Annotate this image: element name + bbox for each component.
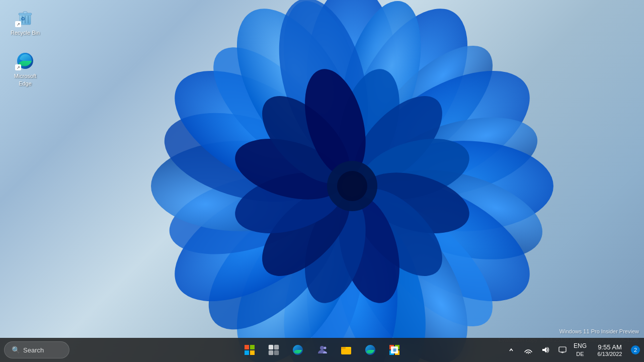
tray-network-icon[interactable]: [520, 339, 536, 361]
clock-area[interactable]: 9:55 AM 6/13/2022: [590, 339, 630, 361]
task-view-button[interactable]: [263, 339, 285, 361]
desktop-wallpaper: [75, 0, 629, 362]
svg-point-37: [294, 62, 376, 184]
svg-point-26: [328, 62, 410, 184]
svg-point-21: [154, 97, 336, 218]
recycle-bin-label: Recycle Bin: [11, 29, 40, 36]
svg-point-31: [328, 189, 410, 310]
notification-badge[interactable]: 2: [631, 345, 640, 354]
edge-shortcut-arrow: ↗: [15, 64, 21, 70]
tray-icons: [503, 339, 571, 361]
svg-point-36: [247, 81, 364, 198]
language-lang: ENG: [574, 342, 587, 350]
svg-point-18: [155, 157, 358, 326]
svg-rect-47: [245, 345, 249, 349]
shortcut-arrow-icon: ↗: [15, 21, 21, 27]
svg-point-5: [326, 0, 436, 166]
svg-rect-58: [341, 347, 346, 349]
svg-point-39: [337, 171, 367, 201]
taskbar-teams-button[interactable]: [311, 339, 333, 361]
edge-icon: ↗: [15, 50, 35, 70]
svg-rect-50: [250, 350, 255, 355]
svg-point-35: [228, 128, 350, 210]
svg-point-8: [372, 141, 553, 231]
language-indicator[interactable]: ENG DE: [572, 339, 589, 361]
svg-point-6: [347, 46, 549, 215]
svg-rect-67: [559, 347, 566, 352]
taskbar-store-button[interactable]: ⊞: [383, 339, 406, 361]
svg-rect-49: [245, 350, 249, 355]
svg-rect-52: [274, 345, 279, 349]
svg-point-3: [323, 0, 492, 191]
svg-point-22: [155, 46, 358, 215]
svg-point-2: [269, 0, 378, 166]
svg-point-16: [212, 181, 381, 362]
clock-time: 9:55 AM: [598, 343, 622, 351]
svg-point-11: [349, 183, 512, 346]
svg-point-55: [320, 346, 324, 350]
svg-point-27: [340, 81, 457, 198]
search-icon: 🔍: [12, 346, 20, 354]
svg-point-4: [349, 26, 512, 190]
desktop: ♻ ↗ Recycle Bin: [0, 0, 644, 362]
tray-chevron-button[interactable]: [503, 339, 519, 361]
svg-point-7: [372, 103, 546, 212]
svg-rect-45: [23, 12, 27, 14]
svg-point-65: [528, 353, 529, 354]
taskbar-right: ENG DE 9:55 AM 6/13/2022 2: [503, 339, 640, 361]
svg-point-56: [324, 347, 327, 349]
taskbar-edge-button[interactable]: [287, 339, 309, 361]
svg-point-19: [161, 160, 330, 268]
svg-point-38: [327, 161, 377, 211]
svg-point-12: [323, 181, 492, 362]
tray-display-icon[interactable]: [554, 339, 571, 361]
svg-rect-53: [269, 350, 273, 355]
svg-point-33: [247, 173, 364, 291]
svg-point-32: [294, 189, 376, 310]
svg-point-10: [347, 157, 549, 326]
svg-rect-48: [250, 345, 255, 349]
svg-point-34: [228, 162, 350, 244]
svg-point-24: [212, 0, 381, 191]
svg-rect-51: [269, 345, 273, 349]
desktop-icons-container: ♻ ↗ Recycle Bin: [5, 5, 45, 89]
desktop-icon-edge[interactable]: ↗ Microsoft Edge: [5, 48, 45, 89]
recycle-bin-icon: ♻ ↗: [15, 7, 35, 27]
svg-point-9: [366, 154, 552, 276]
taskbar: 🔍 Search: [0, 338, 644, 362]
edge-label: Microsoft Edge: [7, 72, 43, 87]
taskbar-file-explorer-button[interactable]: [335, 339, 357, 361]
svg-point-30: [340, 173, 457, 291]
desktop-icon-recycle-bin[interactable]: ♻ ↗ Recycle Bin: [5, 5, 45, 38]
taskbar-edge2-button[interactable]: [359, 339, 381, 361]
svg-point-0: [307, 0, 397, 166]
language-region: DE: [576, 350, 584, 357]
svg-point-29: [355, 162, 476, 244]
clock-date: 6/13/2022: [598, 351, 622, 357]
watermark-line1: Windows 11 Pro Insider Preview: [499, 327, 639, 336]
svg-point-23: [194, 28, 354, 188]
tray-volume-icon[interactable]: [537, 339, 553, 361]
svg-rect-54: [274, 350, 279, 355]
taskbar-center: ⊞: [238, 339, 406, 361]
svg-text:♻: ♻: [21, 16, 25, 22]
search-bar[interactable]: 🔍 Search: [4, 341, 69, 358]
svg-point-20: [151, 141, 332, 231]
svg-text:⊞: ⊞: [393, 348, 396, 352]
svg-point-28: [355, 128, 476, 210]
svg-point-17: [187, 177, 361, 351]
svg-point-25: [263, 0, 384, 170]
search-label: Search: [23, 346, 44, 354]
start-button[interactable]: [238, 339, 261, 361]
svg-marker-66: [542, 347, 546, 353]
svg-point-1: [326, 0, 436, 166]
